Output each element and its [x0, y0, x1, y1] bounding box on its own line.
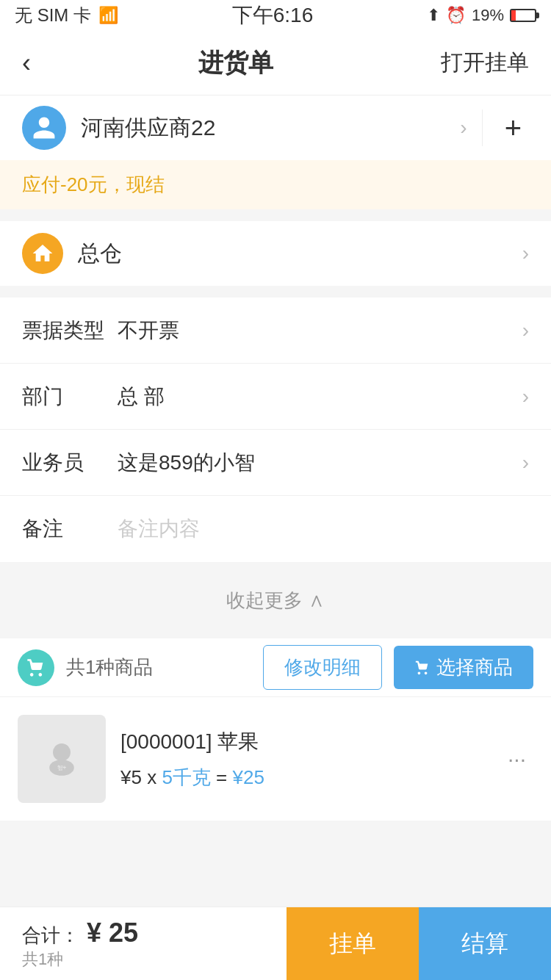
product-title-name: 苹果 [217, 730, 259, 753]
collapse-label: 收起更多 ∧ [226, 588, 324, 613]
product-multiply: x [147, 766, 162, 788]
sales-chevron-icon: › [522, 451, 529, 475]
remark-row[interactable]: 备注 备注内容 [0, 496, 551, 562]
carrier-text: 无 SIM 卡 [15, 4, 91, 27]
status-left: 无 SIM 卡 📶 [15, 4, 118, 27]
remark-placeholder: 备注内容 [118, 515, 529, 543]
location-icon: ⬆ [427, 6, 440, 25]
wifi-icon: 📶 [98, 6, 118, 25]
product-item: 智+ [0000001] 苹果 ¥5 x 5千克 = ¥25 ··· [0, 697, 551, 821]
nav-bar: ‹ 进货单 打开挂单 [0, 31, 551, 96]
product-unit-price: ¥5 [120, 766, 142, 788]
warehouse-name: 总仓 [78, 239, 515, 269]
sales-value: 这是859的小智 [118, 449, 515, 477]
pending-button[interactable]: 挂单 [287, 907, 419, 981]
bill-type-row[interactable]: 票据类型 不开票 › [0, 298, 551, 364]
svg-point-0 [53, 743, 71, 761]
total-prefix: 合计： [22, 923, 79, 948]
settle-button[interactable]: 结算 [419, 907, 551, 981]
select-product-icon [414, 660, 431, 676]
collapse-bar[interactable]: 收起更多 ∧ [0, 574, 551, 627]
warehouse-chevron-icon: › [522, 242, 529, 265]
select-product-button[interactable]: 选择商品 [394, 646, 533, 689]
total-label: 合计： ¥ 25 [22, 918, 264, 948]
dept-value: 总 部 [118, 383, 515, 411]
dept-row[interactable]: 部门 总 部 › [0, 364, 551, 430]
svg-text:智+: 智+ [57, 764, 67, 771]
product-id: [0000001] [120, 730, 212, 753]
dept-chevron-icon: › [522, 385, 529, 408]
form-section: 票据类型 不开票 › 部门 总 部 › 业务员 这是859的小智 › 备注 备注… [0, 298, 551, 562]
bottom-bar: 合计： ¥ 25 共1种 挂单 结算 [0, 907, 551, 980]
remark-label: 备注 [22, 515, 118, 543]
total-amount: ¥ 25 [87, 918, 138, 948]
total-sub: 共1种 [22, 948, 264, 970]
add-button[interactable]: + [497, 112, 529, 145]
supplier-section: 河南供应商22 › + 应付-20元，现结 [0, 96, 551, 209]
select-product-label: 选择商品 [436, 655, 513, 680]
back-button[interactable]: ‹ [22, 48, 31, 79]
sales-label: 业务员 [22, 449, 118, 477]
battery-text: 19% [472, 6, 504, 25]
product-more-button[interactable]: ··· [500, 739, 533, 779]
person-icon [31, 115, 57, 141]
home-icon [31, 242, 54, 265]
product-price: ¥5 x 5千克 = ¥25 [120, 765, 500, 790]
bill-type-value: 不开票 [118, 317, 515, 345]
warehouse-icon [22, 233, 63, 274]
product-thumb-icon: 智+ [40, 737, 84, 781]
battery-icon [510, 9, 536, 22]
warehouse-section: 总仓 › [0, 221, 551, 286]
open-pending-button[interactable]: 打开挂单 [441, 48, 529, 78]
product-info: [0000001] 苹果 ¥5 x 5千克 = ¥25 [120, 728, 500, 790]
product-thumbnail: 智+ [18, 715, 106, 803]
bill-type-chevron-icon: › [522, 319, 529, 342]
cart-icon [18, 649, 54, 686]
supplier-row[interactable]: 河南供应商22 › + [0, 96, 551, 160]
supplier-avatar [22, 106, 66, 150]
supplier-chevron-icon: › [460, 116, 467, 140]
supplier-notice: 应付-20元，现结 [0, 160, 551, 209]
bill-type-label: 票据类型 [22, 317, 118, 345]
total-area: 合计： ¥ 25 共1种 [0, 918, 287, 970]
product-qty: 5千克 [162, 766, 210, 788]
product-total: ¥25 [233, 766, 264, 788]
status-time: 下午6:16 [232, 1, 314, 29]
alarm-icon: ⏰ [446, 6, 466, 25]
warehouse-row[interactable]: 总仓 › [0, 221, 551, 286]
cart-svg [26, 657, 46, 678]
divider [482, 109, 483, 146]
dept-label: 部门 [22, 383, 118, 411]
status-right: ⬆ ⏰ 19% [427, 6, 536, 25]
page-title: 进货单 [198, 46, 273, 80]
product-name: [0000001] 苹果 [120, 728, 500, 756]
edit-detail-button[interactable]: 修改明细 [263, 645, 382, 690]
sales-row[interactable]: 业务员 这是859的小智 › [0, 430, 551, 496]
supplier-name: 河南供应商22 [81, 113, 453, 143]
status-bar: 无 SIM 卡 📶 下午6:16 ⬆ ⏰ 19% [0, 0, 551, 31]
product-header: 共1种商品 修改明细 选择商品 [0, 638, 551, 697]
product-equals: = [216, 766, 232, 788]
product-count: 共1种商品 [66, 655, 263, 680]
